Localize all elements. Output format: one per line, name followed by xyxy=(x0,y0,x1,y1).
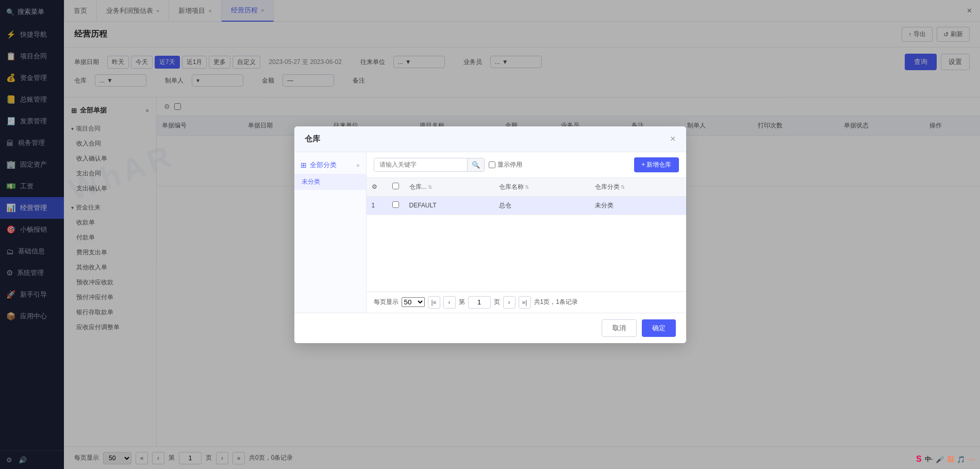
modal-pagination: 每页显示 50 10 20 100 |« ‹ 第 页 › »| 共1页，1条记录 xyxy=(367,292,686,313)
th-code: 仓库...⇅ xyxy=(404,178,494,197)
modal-table-row[interactable]: 1 DEFAULT 总仓 未分类 xyxy=(367,196,686,215)
modal-table-header-row: ⚙ 仓库...⇅ 仓库名称⇅ xyxy=(367,178,686,197)
row-settings: 1 xyxy=(367,196,387,215)
modal-next-page-btn[interactable]: › xyxy=(503,296,516,309)
modal-per-page-label: 每页显示 xyxy=(374,298,398,306)
modal-total-text: 共1页，1条记录 xyxy=(534,298,578,306)
mic-icon[interactable]: 🎤 xyxy=(936,456,944,463)
modal-header: 仓库 × xyxy=(294,126,686,152)
sort-icon-code: ⇅ xyxy=(428,184,432,190)
modal-left-panel: ⊞ 全部分类 « 未分类 xyxy=(294,152,367,313)
modal-right-panel: 🔍 显示停用 + 新增仓库 ⚙ xyxy=(367,152,686,313)
show-disabled-label[interactable]: 显示停用 xyxy=(489,160,522,169)
sort-icon-name: ⇅ xyxy=(525,184,529,190)
bottom-logo: S 中· 🎤 🖼 🎵 ⋯ xyxy=(916,455,975,464)
row-code: DEFAULT xyxy=(404,196,494,215)
modal-left-header[interactable]: ⊞ 全部分类 « xyxy=(294,156,366,174)
row-name: 总仓 xyxy=(494,196,590,215)
image-icon[interactable]: 🖼 xyxy=(947,456,954,463)
warehouse-modal: 仓库 × ⊞ 全部分类 « 未分类 xyxy=(294,126,686,343)
music-icon[interactable]: 🎵 xyxy=(957,456,965,463)
show-disabled-text: 显示停用 xyxy=(497,160,522,169)
modal-close-button[interactable]: × xyxy=(670,134,676,144)
modal-grid-icon: ⊞ xyxy=(301,161,307,169)
th-settings: ⚙ xyxy=(367,178,387,197)
modal-table: ⚙ 仓库...⇅ 仓库名称⇅ xyxy=(367,178,686,215)
modal-last-page-btn[interactable]: »| xyxy=(519,296,531,309)
modal-search-input[interactable] xyxy=(374,158,467,171)
row-checkbox xyxy=(387,196,404,215)
modal-footer: 取消 确定 xyxy=(294,313,686,343)
th-name: 仓库名称⇅ xyxy=(494,178,590,197)
modal-all-label: 全部分类 xyxy=(310,160,337,170)
modal-cancel-button[interactable]: 取消 xyxy=(602,319,637,337)
modal-confirm-button[interactable]: 确定 xyxy=(642,319,676,337)
row-category: 未分类 xyxy=(590,196,686,215)
th-checkbox xyxy=(387,178,404,197)
modal-table-wrap: ⚙ 仓库...⇅ 仓库名称⇅ xyxy=(367,178,686,292)
modal-page-word: 第 xyxy=(459,298,465,306)
logo-text: 中· xyxy=(925,455,933,464)
unclassified-label: 未分类 xyxy=(302,178,320,185)
logo-s-icon: S xyxy=(916,455,922,464)
modal-body: ⊞ 全部分类 « 未分类 🔍 显示停用 xyxy=(294,152,686,313)
modal-per-page-select[interactable]: 50 10 20 100 xyxy=(402,297,425,307)
modal-backdrop: 仓库 × ⊞ 全部分类 « 未分类 xyxy=(0,0,980,469)
modal-select-all-checkbox[interactable] xyxy=(392,183,399,189)
modal-search-button[interactable]: 🔍 xyxy=(467,158,484,171)
modal-search-wrap: 🔍 xyxy=(374,158,485,172)
th-category: 仓库分类⇅ xyxy=(590,178,686,197)
modal-prev-page-btn[interactable]: ‹ xyxy=(443,296,456,309)
sort-icon-category: ⇅ xyxy=(621,184,625,190)
more-icon[interactable]: ⋯ xyxy=(968,456,975,463)
show-disabled-checkbox[interactable] xyxy=(489,161,495,168)
modal-left-item-unclassified[interactable]: 未分类 xyxy=(294,174,366,190)
modal-title: 仓库 xyxy=(305,134,320,144)
row-select-checkbox[interactable] xyxy=(392,201,399,208)
modal-collapse-icon[interactable]: « xyxy=(356,162,359,168)
modal-page-number-input[interactable] xyxy=(468,296,491,309)
modal-page-label: 页 xyxy=(494,298,500,306)
modal-first-page-btn[interactable]: |« xyxy=(428,296,440,309)
modal-toolbar: 🔍 显示停用 + 新增仓库 xyxy=(367,152,686,178)
add-warehouse-button[interactable]: + 新增仓库 xyxy=(634,157,678,172)
